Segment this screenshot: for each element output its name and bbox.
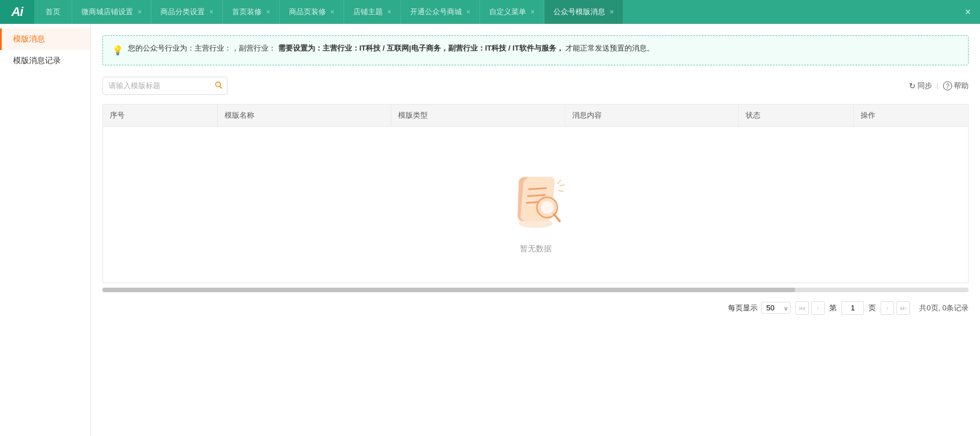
sync-button[interactable]: ↻ 同步 bbox=[909, 81, 932, 91]
search-input-wrap bbox=[102, 77, 228, 95]
empty-state: 暂无数据 bbox=[110, 132, 961, 277]
page-input[interactable] bbox=[841, 301, 864, 315]
toolbar-divider: | bbox=[937, 81, 938, 90]
empty-text: 暂无数据 bbox=[520, 244, 552, 254]
nav-tab-home[interactable]: 首页 bbox=[34, 0, 72, 24]
per-page-label: 每页显示 bbox=[728, 303, 758, 313]
svg-line-8 bbox=[554, 214, 560, 221]
close-all-button[interactable]: × bbox=[956, 6, 980, 18]
svg-line-3 bbox=[529, 188, 546, 189]
notice-box: 💡 您的公众号行业为：主营行业：，副营行业： 需要设置为：主营行业：IT科技 /… bbox=[102, 35, 969, 65]
help-button[interactable]: ? 帮助 bbox=[943, 81, 969, 91]
search-bar: ↻ 同步 | ? 帮助 bbox=[102, 77, 969, 95]
per-page-wrap: 每页显示 102050100 bbox=[728, 302, 791, 314]
page-unit: 页 bbox=[869, 303, 876, 313]
sync-icon: ↻ bbox=[909, 81, 916, 90]
sidebar-item-template-message-log[interactable]: 模版消息记录 bbox=[0, 50, 90, 72]
col-header-action: 操作 bbox=[853, 104, 968, 126]
notice-highlight: 需要设置为：主营行业：IT科技 / 互联网|电子商务，副营行业：IT科技 / I… bbox=[278, 44, 564, 52]
help-icon: ? bbox=[943, 81, 952, 90]
sidebar: 模版消息模版消息记录 bbox=[0, 24, 91, 436]
tab-close-product-category[interactable]: × bbox=[209, 8, 213, 16]
search-input[interactable] bbox=[102, 77, 228, 95]
nav-tab-product-category[interactable]: 商品分类设置× bbox=[151, 0, 223, 24]
main-layout: 模版消息模版消息记录 💡 您的公众号行业为：主营行业：，副营行业： 需要设置为：… bbox=[0, 24, 980, 436]
tab-close-custom-menu[interactable]: × bbox=[531, 8, 535, 16]
nav-tab-store-theme[interactable]: 店铺主题× bbox=[344, 0, 401, 24]
scroll-thumb bbox=[102, 288, 795, 292]
per-page-select-wrap: 102050100 bbox=[761, 302, 791, 314]
next-page-button[interactable]: › bbox=[880, 301, 894, 315]
sidebar-item-template-message[interactable]: 模版消息 bbox=[0, 28, 90, 50]
page-nav: ⏮ ‹ 第 页 › ⏭ bbox=[795, 301, 910, 315]
table-header-row: 序号模版名称模版类型消息内容状态操作 bbox=[103, 104, 969, 126]
nav-tab-home-decor[interactable]: 首页装修× bbox=[223, 0, 280, 24]
nav-tab-template-msg[interactable]: 公众号模版消息× bbox=[544, 0, 623, 24]
nav-tab-custom-menu[interactable]: 自定义菜单× bbox=[480, 0, 544, 24]
sidebar-menu: 模版消息模版消息记录 bbox=[0, 28, 90, 72]
pagination: 每页显示 102050100 ⏮ ‹ 第 页 › ⏭ 共0页, 0条记录 bbox=[102, 297, 969, 315]
table-header: 序号模版名称模版类型消息内容状态操作 bbox=[103, 104, 969, 126]
nav-tab-store-settings[interactable]: 微商城店铺设置× bbox=[72, 0, 151, 24]
col-header-content: 消息内容 bbox=[565, 104, 738, 126]
tab-close-product-decor[interactable]: × bbox=[330, 8, 334, 16]
horizontal-scrollbar[interactable] bbox=[102, 288, 969, 292]
tab-close-store-theme[interactable]: × bbox=[387, 8, 391, 16]
sync-help-bar: ↻ 同步 | ? 帮助 bbox=[909, 81, 969, 91]
search-button[interactable] bbox=[214, 81, 223, 91]
col-header-index: 序号 bbox=[103, 104, 218, 126]
per-page-select[interactable]: 102050100 bbox=[761, 302, 791, 314]
svg-line-10 bbox=[560, 185, 564, 186]
prev-page-button[interactable]: ‹ bbox=[811, 301, 825, 315]
empty-row: 暂无数据 bbox=[103, 126, 969, 283]
page-label: 第 bbox=[829, 303, 837, 313]
sync-label: 同步 bbox=[917, 81, 932, 91]
svg-line-9 bbox=[557, 180, 561, 184]
help-label: 帮助 bbox=[954, 81, 969, 91]
svg-line-1 bbox=[220, 86, 221, 88]
col-header-type: 模版类型 bbox=[391, 104, 565, 126]
col-header-status: 状态 bbox=[738, 104, 853, 126]
top-navigation: Ai 首页微商城店铺设置×商品分类设置×首页装修×商品页装修×店铺主题×开通公众… bbox=[0, 0, 980, 24]
last-page-button[interactable]: ⏭ bbox=[896, 301, 910, 315]
svg-point-7 bbox=[541, 201, 553, 214]
tab-close-store-settings[interactable]: × bbox=[138, 8, 142, 16]
table-body: 暂无数据 bbox=[103, 126, 969, 283]
total-info: 共0页, 0条记录 bbox=[919, 303, 969, 313]
svg-line-11 bbox=[559, 190, 563, 192]
nav-tab-product-decor[interactable]: 商品页装修× bbox=[280, 0, 344, 24]
notice-suffix: 才能正常发送预置的消息。 bbox=[565, 44, 654, 52]
tab-close-open-mall[interactable]: × bbox=[466, 8, 470, 16]
nav-tab-open-mall[interactable]: 开通公众号商城× bbox=[401, 0, 480, 24]
tab-close-template-msg[interactable]: × bbox=[610, 8, 614, 16]
svg-line-4 bbox=[528, 195, 545, 196]
content-area: 💡 您的公众号行业为：主营行业：，副营行业： 需要设置为：主营行业：IT科技 /… bbox=[91, 24, 980, 436]
app-logo: Ai bbox=[0, 0, 34, 24]
nav-tabs: 首页微商城店铺设置×商品分类设置×首页装修×商品页装修×店铺主题×开通公众号商城… bbox=[34, 0, 623, 24]
tab-close-home-decor[interactable]: × bbox=[266, 8, 270, 16]
col-header-name: 模版名称 bbox=[218, 104, 391, 126]
first-page-button[interactable]: ⏮ bbox=[795, 301, 809, 315]
notice-text: 您的公众号行业为：主营行业：，副营行业： 需要设置为：主营行业：IT科技 / 互… bbox=[128, 43, 654, 55]
notice-prefix: 您的公众号行业为：主营行业：，副营行业： bbox=[128, 44, 276, 52]
empty-cell: 暂无数据 bbox=[103, 126, 969, 283]
notice-icon: 💡 bbox=[112, 43, 123, 58]
data-table: 序号模版名称模版类型消息内容状态操作 bbox=[102, 104, 969, 283]
empty-illustration bbox=[502, 167, 570, 235]
